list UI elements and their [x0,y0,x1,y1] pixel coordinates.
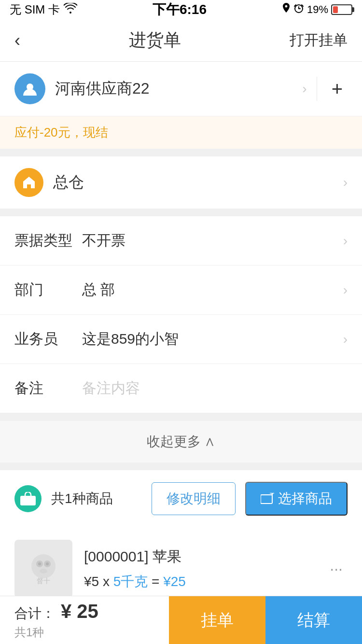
back-button[interactable]: ‹ [14,30,20,51]
svg-rect-6 [261,495,272,504]
total-amount: ¥ 25 [61,601,98,622]
remark-label: 备注 [14,378,72,398]
warehouse-chevron-icon: › [343,175,348,190]
bottom-bar: 合计： ¥ 25 共1种 挂单 结算 [0,596,362,644]
product-name-text: 苹果 [153,548,181,564]
invoice-value: 不开票 [72,231,343,251]
product-thumbnail: 督十 [14,540,72,598]
total-section: 合计： ¥ 25 共1种 [0,601,169,640]
product-section: 共1种商品 修改明细 选择商品 [0,470,362,609]
payment-note: 应付-20元，现结 [0,116,362,149]
dept-label: 部门 [14,280,72,300]
product-name: [0000001] 苹果 [84,547,325,567]
edit-detail-button[interactable]: 修改明细 [152,482,236,515]
nav-bar: ‹ 进货单 打开挂单 [0,19,362,62]
battery-icon [331,4,352,15]
salesperson-row[interactable]: 业务员 这是859的小智 › [0,315,362,364]
salesperson-chevron-icon: › [343,332,348,347]
status-time: 下午6:16 [153,0,207,19]
more-button[interactable]: ··· [325,560,348,578]
dept-row[interactable]: 部门 总 部 › [0,266,362,315]
collapse-toggle[interactable]: 收起更多 ∧ [0,421,362,462]
wifi-icon [64,3,77,16]
salesperson-label: 业务员 [14,329,72,349]
product-icon [14,485,42,512]
hang-button[interactable]: 挂单 [169,596,265,644]
svg-point-9 [31,554,56,578]
warehouse-name: 总仓 [53,172,343,193]
supplier-avatar [14,73,45,104]
product-code: [0000001] [84,548,148,564]
product-header: 共1种商品 修改明细 选择商品 [0,470,362,527]
dept-value: 总 部 [72,280,343,300]
product-count: 共1种商品 [51,490,142,508]
warehouse-row[interactable]: 总仓 › [0,156,362,209]
total-count: 共1种 [14,625,154,640]
svg-rect-5 [20,496,36,505]
select-product-label: 选择商品 [278,490,332,508]
status-bar: 无 SIM 卡 下午6:16 19% [0,0,362,19]
main-content: 河南供应商22 › + 应付-20元，现结 总仓 › 票据类型 不开票 › [0,62,362,644]
open-pending-button[interactable]: 打开挂单 [290,30,348,50]
page-title: 进货单 [129,28,181,52]
svg-point-14 [40,569,47,574]
svg-point-13 [46,562,49,565]
settle-button[interactable]: 结算 [265,596,362,644]
quantity: 5千克 [113,574,148,589]
salesperson-value: 这是859的小智 [72,329,343,349]
location-icon [282,3,291,16]
line-total: ¥25 [163,574,186,589]
product-price: ¥5 x 5千克 = ¥25 [84,573,325,591]
invoice-row[interactable]: 票据类型 不开票 › [0,216,362,266]
supplier-chevron-icon: › [302,81,306,97]
svg-rect-4 [27,184,31,188]
sim-text: 无 SIM 卡 [10,2,60,17]
total-label: 合计： [14,604,55,623]
alarm-icon [293,3,304,16]
warehouse-icon [14,168,43,197]
unit-price: ¥5 [84,574,99,589]
dept-chevron-icon: › [343,282,348,298]
section-gap [0,462,362,470]
invoice-label: 票据类型 [14,231,72,251]
svg-text:督十: 督十 [37,577,50,585]
product-details: [0000001] 苹果 ¥5 x 5千克 = ¥25 [84,547,325,591]
supplier-card: 河南供应商22 › + 应付-20元，现结 [0,62,362,149]
svg-point-12 [38,562,41,565]
status-right: 19% [282,3,352,16]
supplier-row[interactable]: 河南供应商22 › + [0,62,362,116]
remark-row[interactable]: 备注 备注内容 [0,364,362,413]
invoice-chevron-icon: › [343,233,348,249]
supplier-name: 河南供应商22 [55,78,302,99]
supplier-divider [317,77,317,101]
select-product-button[interactable]: 选择商品 [245,482,348,516]
status-left: 无 SIM 卡 [10,2,77,17]
form-card: 票据类型 不开票 › 部门 总 部 › 业务员 这是859的小智 › 备注 备注… [0,216,362,413]
remark-input[interactable]: 备注内容 [72,378,348,398]
battery-percent: 19% [307,3,328,16]
add-button[interactable]: + [327,78,348,100]
warehouse-card: 总仓 › [0,156,362,209]
